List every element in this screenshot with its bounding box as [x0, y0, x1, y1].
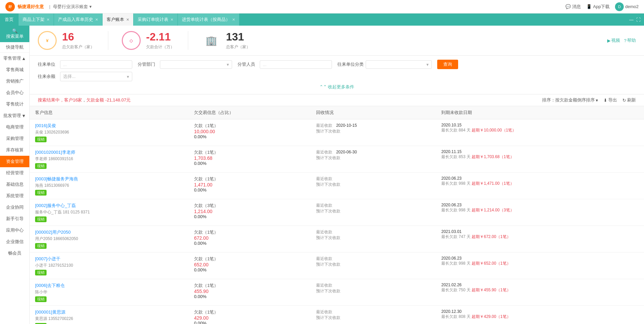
stat-info-total-customers: 131 总客户（家） — [226, 31, 250, 50]
filter-dept: 分管部门 ▾ — [138, 60, 232, 69]
overdue-link-0[interactable]: 超期￥10,000.00（1笔） — [472, 128, 516, 132]
sidebar-item-member[interactable]: 会员中心 — [0, 87, 29, 98]
export-button[interactable]: ⬇ 导出 — [604, 97, 617, 103]
from-unit-input[interactable]: ... — [60, 60, 132, 69]
help-link[interactable]: ? 帮助 — [624, 37, 636, 43]
collapse-filters[interactable]: ⌃⌃ 收起更多条件 — [38, 84, 636, 90]
tab-close-4[interactable]: ✕ — [170, 18, 173, 22]
tab-close-5[interactable]: ✕ — [232, 18, 235, 22]
industry-selector[interactable]: 母婴行业演示账套 ▾ — [53, 4, 92, 10]
tab-home[interactable]: 首页 — [0, 13, 18, 26]
sidebar-search[interactable]: 🔍 搜索菜单 — [0, 26, 29, 42]
next-collect-7: 预计下次收款 — [316, 315, 340, 320]
customer-name-4[interactable]: [000002]用户2050 — [35, 229, 183, 235]
maximize-icon[interactable]: ⛶ — [636, 17, 641, 22]
app-download-button[interactable]: 📱 App下载 — [586, 4, 610, 10]
sidebar-item-operations[interactable]: 经营管理 — [0, 167, 29, 179]
export-icon: ⬇ — [604, 98, 607, 103]
tab-4[interactable]: 采购订单统计表 ✕ — [133, 13, 177, 26]
percent-6: 0.00% — [194, 294, 206, 299]
tab-close-2[interactable]: ✕ — [95, 18, 98, 22]
overdue-link-2[interactable]: 超期￥1,471.00（1笔） — [472, 181, 514, 186]
logo-text: 畅捷通好生意 — [18, 4, 44, 10]
sidebar-item-enterprise[interactable]: 企业协同 — [0, 202, 29, 213]
next-collect-5: 预计下次收款 — [316, 262, 340, 267]
amount-7[interactable]: 429.00 — [194, 315, 305, 321]
customer-name-3[interactable]: [0002]服务中心_丁磊 — [35, 203, 183, 209]
sidebar-item-system[interactable]: 系统管理 — [0, 190, 29, 202]
tab-2[interactable]: 产成品入库单历史 ✕ — [54, 13, 102, 26]
filter-row-2: 往来余额 选择... ▾ — [38, 72, 636, 81]
overdue-link-6[interactable]: 超期￥455.90（1笔） — [472, 288, 510, 292]
amount-3[interactable]: 1,214.00 — [194, 209, 305, 214]
sidebar-item-inventory[interactable]: 库存核算 — [0, 144, 29, 156]
amount-2[interactable]: 1,471.00 — [194, 182, 305, 187]
user-avatar[interactable]: D demo2 — [615, 2, 639, 11]
tab-3[interactable]: 客户账本 ✕ — [102, 13, 133, 26]
sidebar-item-basic-info[interactable]: 基础信息 — [0, 179, 29, 190]
customer-name-0[interactable]: [0016]吴俊 — [35, 123, 183, 129]
customer-name-7[interactable]: [000001]黄思源 — [35, 309, 183, 315]
tab-close-3[interactable]: ✕ — [126, 18, 129, 22]
customer-name-1[interactable]: [0001020001]李老师 — [35, 149, 183, 155]
stat-total-customers: 🏢 131 总客户（家） — [202, 31, 264, 50]
result-info: 搜索结果中，客户16家，欠款金额 -21,148.07元 — [38, 97, 131, 103]
message-button[interactable]: 💬 消息 — [565, 4, 581, 10]
tab-1[interactable]: 商品上下架 ✕ — [18, 13, 54, 26]
amount-1[interactable]: 1,703.68 — [194, 155, 305, 161]
cell-due-1: 2020.11.15 最长欠款 853 天 超期￥1,703.68（1笔） — [436, 146, 644, 173]
sidebar-item-purchase[interactable]: 采购管理 — [0, 133, 29, 144]
sidebar-item-newbie[interactable]: 新手引导 — [0, 213, 29, 225]
overdue-link-5[interactable]: 超期￥652.00（1笔） — [472, 261, 510, 266]
overdue-link-1[interactable]: 超期￥1,703.68（1笔） — [472, 154, 514, 159]
customer-sub-6: 陈小华 — [35, 289, 183, 295]
customer-name-6[interactable]: [0006]去下粮仓 — [35, 283, 183, 289]
tab-close-1[interactable]: ✕ — [47, 18, 50, 22]
sidebar-nav-quicklink[interactable]: 快捷导航 — [0, 42, 29, 53]
category-dropdown[interactable]: ▾ — [366, 60, 432, 69]
cell-customer-3: [0002]服务中心_丁磊 服务中心_丁磊 181 0125 8371 现销 — [30, 199, 189, 226]
dept-dropdown[interactable]: ▾ — [160, 60, 232, 69]
tab-bar: 首页 商品上下架 ✕ 产成品入库单历史 ✕ 客户账本 ✕ 采购订单统计表 ✕ 进… — [0, 13, 644, 26]
recent-label-5: 最近收款 — [316, 256, 332, 261]
customer-name-2[interactable]: [0003]畅捷服务尹海燕 — [35, 176, 183, 182]
balance-dropdown[interactable]: 选择... ▾ — [60, 72, 132, 81]
cell-debt-3: 欠款（3笔） 1,214.00 0.00% — [189, 199, 311, 226]
person-input[interactable]: ... — [260, 60, 332, 69]
cell-due-5: 2020.06.23 最长欠款 998 天 超期￥652.00（1笔） — [436, 253, 644, 279]
sidebar-item-marketing[interactable]: 营销推广 — [0, 76, 29, 87]
sidebar-item-wholesale-mgmt[interactable]: 批发管理 ▼ — [0, 110, 29, 121]
sort-icon[interactable]: ▾ — [596, 98, 598, 103]
cell-customer-1: [0001020001]李老师 李老师 18600391516 现销 — [30, 146, 189, 173]
sidebar-item-app-center[interactable]: 应用中心 — [0, 225, 29, 236]
amount-6[interactable]: 455.90 — [194, 289, 305, 294]
sidebar-item-retail-stats[interactable]: 零售统计 — [0, 98, 29, 110]
minimize-icon[interactable]: — — [629, 17, 634, 22]
query-button[interactable]: 查询 — [437, 60, 458, 69]
sidebar-item-vip[interactable]: 畅会员 — [0, 247, 29, 259]
tab-5[interactable]: 进货单统计表（按商品） ✕ — [177, 13, 239, 26]
cell-collection-7: 最近收款 预计下次收款 — [311, 306, 436, 324]
sidebar-item-wechat[interactable]: 企业微信 — [0, 236, 29, 247]
refresh-button[interactable]: ↻ 刷新 — [622, 97, 636, 103]
sidebar-item-retail-mall[interactable]: 零售商城 — [0, 64, 29, 76]
stats-header: ¥ 16 总欠款客户（家） ◇ -2.11 欠款合计（万） — [30, 26, 644, 56]
sidebar-item-retail-mgmt[interactable]: 零售管理 ▲ — [0, 53, 29, 64]
overdue-link-7[interactable]: 超期￥429.00（1笔） — [472, 314, 510, 319]
search-icon: 🔍 — [0, 28, 29, 33]
video-link[interactable]: ▶ 视频 — [607, 37, 620, 43]
cell-debt-2: 欠款（1笔） 1,471.00 0.00% — [189, 173, 311, 199]
amount-0[interactable]: 10,000.00 — [194, 129, 305, 134]
amount-4[interactable]: 672.00 — [194, 235, 305, 241]
due-date-1: 2020.11.15 — [441, 149, 639, 154]
overdue-link-3[interactable]: 超期￥1,214.00（3笔） — [472, 208, 514, 212]
amount-5[interactable]: 652.00 — [194, 262, 305, 267]
recent-label-7: 最近收款 — [316, 310, 332, 314]
sidebar-item-ecommerce[interactable]: 电商管理 — [0, 121, 29, 133]
sidebar-item-finance[interactable]: 资金管理 — [0, 156, 29, 167]
due-date-2: 2020.06.23 — [441, 176, 639, 181]
overdue-link-4[interactable]: 超期￥672.00（1笔） — [472, 234, 510, 239]
category-label: 往来单位分类 — [337, 61, 364, 67]
cell-collection-6: 最近收款 预计下次收款 — [311, 279, 436, 306]
customer-name-5[interactable]: [0007]小迸干 — [35, 256, 183, 262]
